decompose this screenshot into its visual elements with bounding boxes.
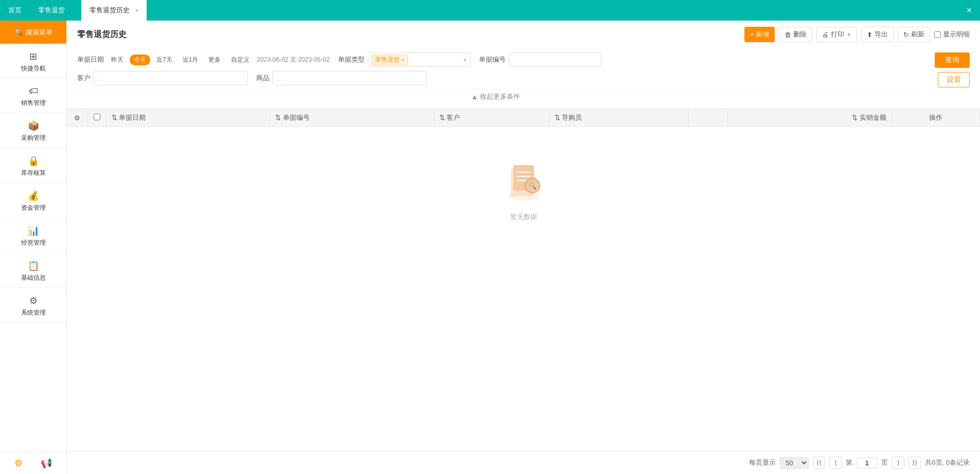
date-btn-yesterday[interactable]: 昨天 <box>107 54 128 65</box>
last-page-button[interactable]: ⟩⟩ <box>908 457 921 469</box>
data-table: ⚙ ⇅ 单据日期 ⇅ 单据编号 <box>67 109 980 127</box>
page-title: 零售退货历史 <box>77 29 127 40</box>
date-filter-label: 单据日期 <box>77 55 104 64</box>
inventory-icon: 🔒 <box>28 155 39 167</box>
basic-info-icon: 📋 <box>28 260 39 271</box>
operations-icon: 📊 <box>28 225 39 236</box>
sidebar-item-basic-info[interactable]: 📋 基础信息 <box>0 253 66 288</box>
page-label: 第 <box>846 458 852 467</box>
sidebar-search-label: 搜索菜单 <box>26 28 52 37</box>
purchase-icon: 📦 <box>28 120 39 132</box>
col-action-label: 操作 <box>929 114 942 121</box>
svg-text:🔍: 🔍 <box>529 182 537 190</box>
sidebar-item-system-label: 系统管理 <box>21 308 46 317</box>
collapse-label: 收起更多条件 <box>480 92 520 101</box>
sidebar-item-sales-label: 销售管理 <box>21 99 46 107</box>
date-btn-1month[interactable]: 近1月 <box>179 54 203 65</box>
print-dropdown-icon: ▼ <box>846 32 851 38</box>
query-area: 查询 设置 <box>924 52 970 87</box>
tab-retail-return-history[interactable]: 零售退货历史 × <box>81 0 146 21</box>
main-layout: 🔍 搜索菜单 ⊞ 快捷导航 🏷 销售管理 📦 采购管理 🔒 库存核算 💰 资金管… <box>0 21 980 474</box>
customer-dots: ... <box>97 75 103 82</box>
customer-filter-select[interactable]: ... <box>94 71 248 85</box>
filter-fields: 单据日期 昨天 今天 近7天 近1月 更多 自定义 2023-06-02 至 2… <box>77 52 914 103</box>
sidebar-item-sales[interactable]: 🏷 销售管理 <box>0 79 66 113</box>
sidebar-bottom: ⚙ 📢 <box>0 452 66 474</box>
date-btn-custom[interactable]: 自定义 <box>227 54 254 65</box>
filter-settings-button[interactable]: 设置 <box>938 72 970 87</box>
number-filter-item: 单据编号 <box>479 52 601 67</box>
refresh-icon: ↻ <box>903 31 909 39</box>
sales-icon: 🏷 <box>29 86 38 97</box>
select-all-checkbox[interactable] <box>94 114 100 120</box>
col-customer[interactable]: ⇅ 客户 <box>434 109 549 127</box>
sidebar-item-finance[interactable]: 💰 资金管理 <box>0 183 66 218</box>
window-close-button[interactable]: × <box>958 0 980 21</box>
col-number[interactable]: ⇅ 单据编号 <box>270 109 434 127</box>
query-button[interactable]: 查询 <box>935 52 970 68</box>
sidebar-item-operations[interactable]: 📊 经营管理 <box>0 218 66 253</box>
sidebar-item-inventory[interactable]: 🔒 库存核算 <box>0 148 66 183</box>
table-settings-icon[interactable]: ⚙ <box>74 114 80 122</box>
sidebar-item-purchase-label: 采购管理 <box>21 134 46 142</box>
print-button[interactable]: 🖨 打印 ▼ <box>816 27 857 42</box>
collapse-button[interactable]: ▲ 收起更多条件 <box>77 89 914 103</box>
col-guide[interactable]: ⇅ 导购员 <box>549 109 688 127</box>
display-detail-checkbox[interactable]: 显示明细 <box>934 30 970 39</box>
toolbar: + 新增 🗑 🗑 删除 删除 🖨 打印 ▼ ⬆ 导出 <box>744 27 970 42</box>
sidebar-search[interactable]: 🔍 搜索菜单 <box>0 21 66 44</box>
type-filter-label: 单据类型 <box>338 55 365 64</box>
tab-retail-return[interactable]: 零售退货 × <box>30 0 81 21</box>
col-amount-label: ⇅ 实销金额 <box>852 114 886 121</box>
per-page-select[interactable]: 50 10 20 100 <box>780 457 809 469</box>
page-total: 共0页, 0条记录 <box>925 458 970 467</box>
goods-filter-select[interactable]: ... <box>273 71 427 85</box>
type-select-arrow: ∨ <box>463 57 467 63</box>
speaker-icon[interactable]: 📢 <box>41 458 52 469</box>
table-wrapper: ⚙ ⇅ 单据日期 ⇅ 单据编号 <box>67 109 980 474</box>
col-spacer <box>689 109 728 127</box>
date-btn-7days[interactable]: 近7天 <box>152 54 176 65</box>
col-guide-label: ⇅ 导购员 <box>555 114 582 121</box>
type-tag-value: 零售退货 <box>375 56 400 64</box>
tab-retail-return-history-label: 零售退货历史 <box>90 6 130 15</box>
tab-home[interactable]: 首页 <box>0 0 30 21</box>
quick-nav-icon: ⊞ <box>29 51 37 62</box>
sidebar-item-quick-nav-label: 快捷导航 <box>21 64 46 73</box>
top-tab-bar: 首页 零售退货 × 零售退货历史 × × <box>0 0 980 21</box>
sidebar-item-basic-info-label: 基础信息 <box>21 274 46 282</box>
prev-page-button[interactable]: ⟨ <box>829 457 842 469</box>
date-btn-more[interactable]: 更多 <box>204 54 225 65</box>
col-settings[interactable]: ⚙ <box>67 109 87 127</box>
col-amount[interactable]: ⇅ 实销金额 <box>728 109 892 127</box>
sidebar-item-purchase[interactable]: 📦 采购管理 <box>0 113 66 148</box>
next-page-button[interactable]: ⟩ <box>892 457 904 469</box>
customer-filter-item: 客户 ... <box>77 71 248 85</box>
page-input[interactable] <box>857 458 877 468</box>
tab-retail-return-history-close[interactable]: × <box>135 7 138 13</box>
filter-row-1: 单据日期 昨天 今天 近7天 近1月 更多 自定义 2023-06-02 至 2… <box>77 52 914 67</box>
settings-gear-icon[interactable]: ⚙ <box>14 458 23 469</box>
customer-filter-label: 客户 <box>77 74 91 83</box>
delete-button[interactable]: 🗑 🗑 删除 删除 <box>779 27 812 42</box>
col-date-label: ⇅ 单据日期 <box>112 114 146 121</box>
date-btn-today[interactable]: 今天 <box>130 54 150 65</box>
type-tag-remove[interactable]: × <box>401 57 404 63</box>
sidebar-item-system[interactable]: ⚙ 系统管理 <box>0 288 66 323</box>
export-button[interactable]: ⬆ 导出 <box>861 27 894 42</box>
type-filter-select[interactable]: 零售退货 × ∨ <box>368 52 471 67</box>
number-filter-input[interactable] <box>509 52 601 67</box>
date-range: 2023-06-02 至 2023-06-02 <box>257 56 329 64</box>
tab-retail-return-close[interactable]: × <box>70 7 73 13</box>
display-detail-label: 显示明细 <box>943 30 970 39</box>
refresh-button[interactable]: ↻ 刷新 <box>898 27 930 42</box>
new-button[interactable]: + 新增 <box>744 27 775 42</box>
display-detail-input[interactable] <box>934 31 941 38</box>
col-checkbox[interactable] <box>87 109 106 127</box>
goods-filter-label: 商品 <box>256 74 270 83</box>
sidebar-item-quick-nav[interactable]: ⊞ 快捷导航 <box>0 44 66 79</box>
first-page-button[interactable]: ⟨⟨ <box>813 457 825 469</box>
content-area: 零售退货历史 + 新增 🗑 🗑 删除 删除 🖨 打印 ▼ ⬆ <box>67 21 980 474</box>
col-date[interactable]: ⇅ 单据日期 <box>106 109 270 127</box>
table-header-row: ⚙ ⇅ 单据日期 ⇅ 单据编号 <box>67 109 980 127</box>
